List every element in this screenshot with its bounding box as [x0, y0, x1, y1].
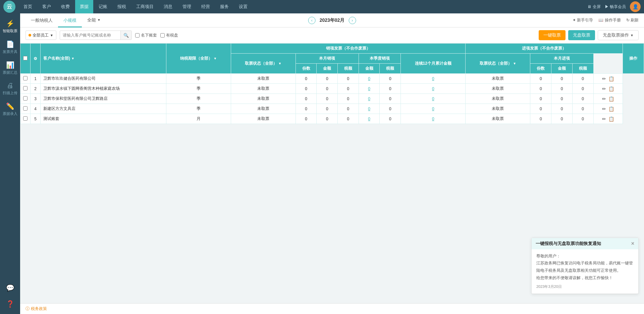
- fetch-status-filter-icon[interactable]: ▼: [278, 62, 281, 65]
- settings-icon[interactable]: ⚙: [34, 56, 37, 61]
- col-12month-header: 连续12个月累计金额: [401, 54, 466, 74]
- row-period-cell: 季: [166, 84, 231, 94]
- nav-right-actions: 🖥 全屏 ▶ 畅享会员 👤: [587, 1, 641, 12]
- logo: 云: [3, 1, 15, 13]
- nav-fee[interactable]: 收费: [56, 0, 74, 13]
- sidebar-item-invoice-issue[interactable]: 📄 发票开具: [1, 38, 19, 57]
- row-monthly-shares-cell: 0: [296, 94, 317, 104]
- nav-items: 首页 客户 收费 票据 记账 报税 工商项目 消息 管理 经营 服务 设置: [19, 0, 587, 13]
- col-customer-header: 客户名称(全部) ▼: [41, 44, 166, 74]
- sidebar-bottom-help[interactable]: ❓: [1, 297, 19, 311]
- tab-general-taxpayer[interactable]: 一般纳税人: [25, 13, 58, 27]
- checkbox-tax-disk-input[interactable]: [160, 33, 165, 38]
- nav-bookkeeping[interactable]: 记账: [94, 0, 112, 13]
- guide-btn[interactable]: ✦ 新手引导: [573, 17, 593, 23]
- checkbox-tax-disk[interactable]: 有税盘: [160, 33, 178, 38]
- row-monthly-tax-cell: 0: [338, 104, 359, 114]
- row-fetch-status-cell: 未取票: [231, 114, 296, 124]
- sidebar-item-entry[interactable]: ✏️ 票据录入: [1, 100, 19, 119]
- prev-month-btn[interactable]: ‹: [308, 17, 316, 24]
- view-icon-3[interactable]: 📋: [608, 106, 614, 112]
- row-monthly-shares-cell: 0: [296, 74, 317, 84]
- col-monthly-sales-amount: 金额: [317, 64, 338, 74]
- search-input[interactable]: [60, 33, 120, 38]
- col-monthly-in-amount: 金额: [551, 64, 573, 74]
- row-quarterly-tax-cell: 0: [380, 94, 401, 104]
- edit-icon-2[interactable]: ✏: [602, 96, 606, 102]
- row-checkbox-1[interactable]: [23, 86, 28, 90]
- search-button[interactable]: 🔍: [120, 30, 131, 40]
- tab-all[interactable]: 全能 ▼: [82, 13, 106, 27]
- nav-invoice[interactable]: 票据: [75, 0, 93, 13]
- view-icon-0[interactable]: 📋: [608, 76, 614, 81]
- member-btn[interactable]: ▶ 畅享会员: [605, 4, 626, 10]
- period-filter-icon[interactable]: ▼: [213, 57, 217, 60]
- no-disk-op-btn[interactable]: 无盘取票操作 ▼: [598, 30, 639, 40]
- edit-icon-0[interactable]: ✏: [602, 76, 606, 81]
- row-in-tax-cell: 0: [572, 84, 593, 94]
- row-num-cell: 3: [31, 94, 41, 104]
- row-twelve-amount-cell: 0: [401, 94, 466, 104]
- employee-select[interactable]: 全部员工 ▼: [25, 30, 56, 40]
- view-icon-2[interactable]: 📋: [608, 96, 614, 102]
- sidebar-item-scan-upload[interactable]: 🖨 扫描上传: [1, 79, 19, 98]
- select-all-checkbox[interactable]: [23, 56, 28, 60]
- row-quarterly-tax-cell: 0: [380, 74, 401, 84]
- fullscreen-btn[interactable]: 🖥 全屏: [587, 4, 600, 10]
- notification-close-btn[interactable]: ×: [631, 241, 634, 247]
- toolbar-right: 一键取票 无盘取票 无盘取票操作 ▼: [539, 30, 639, 40]
- row-in-fetch-status-cell: 未取票: [466, 84, 530, 94]
- view-icon-4[interactable]: 📋: [608, 116, 614, 122]
- nav-manage[interactable]: 管理: [178, 0, 196, 13]
- edit-icon-4[interactable]: ✏: [602, 116, 606, 122]
- row-customer-cell: 卫辉市玖玖健合医药有限公司: [41, 74, 166, 84]
- row-quarterly-amount-cell: 0: [359, 74, 380, 84]
- employee-label: 全部员工: [33, 33, 49, 38]
- row-num-cell: 5: [31, 114, 41, 124]
- sidebar-item-smart-fetch[interactable]: ⚡ 智能取票: [1, 17, 19, 36]
- row-in-amount-cell: 0: [551, 94, 573, 104]
- tab-small-scale[interactable]: 小规模: [58, 13, 82, 27]
- row-monthly-shares-cell: 0: [296, 84, 317, 94]
- row-checkbox-cell: [20, 84, 31, 94]
- nav-tax[interactable]: 报税: [113, 0, 131, 13]
- checkbox-my-account[interactable]: 名下账套: [135, 33, 157, 38]
- row-checkbox-3[interactable]: [23, 106, 28, 111]
- nav-home[interactable]: 首页: [19, 0, 37, 13]
- refresh-btn[interactable]: ↻ 刷新: [626, 17, 639, 23]
- row-twelve-amount-cell: 0: [401, 104, 466, 114]
- checkbox-my-account-input[interactable]: [135, 33, 140, 38]
- col-action-header: 操作: [623, 44, 644, 74]
- sidebar-bottom-chat[interactable]: 💬: [1, 281, 19, 295]
- fetch-status2-filter-icon[interactable]: ▼: [513, 62, 516, 65]
- nav-message[interactable]: 消息: [159, 0, 177, 13]
- row-quarterly-amount-cell: 0: [359, 104, 380, 114]
- edit-icon-1[interactable]: ✏: [602, 86, 606, 91]
- row-checkbox-cell: [20, 94, 31, 104]
- view-icon-1[interactable]: 📋: [608, 86, 614, 91]
- nav-business[interactable]: 工商项目: [131, 0, 158, 13]
- edit-icon-3[interactable]: ✏: [602, 106, 606, 112]
- row-customer-cell: 卫辉市保和堂医药有限公司卫辉路店: [41, 94, 166, 104]
- row-monthly-tax-cell: 0: [338, 94, 359, 104]
- row-monthly-shares-cell: 0: [296, 114, 317, 124]
- nav-service[interactable]: 服务: [215, 0, 233, 13]
- row-in-shares-cell: 0: [530, 94, 551, 104]
- sidebar-item-summary[interactable]: 📊 票据汇总: [1, 58, 19, 78]
- row-checkbox-0[interactable]: [23, 76, 28, 80]
- nav-operation[interactable]: 经营: [197, 0, 215, 13]
- user-avatar[interactable]: 👤: [630, 1, 641, 12]
- row-checkbox-2[interactable]: [23, 96, 28, 101]
- row-monthly-tax-cell: 0: [338, 84, 359, 94]
- manual-btn[interactable]: 📖 操作手册: [598, 17, 621, 23]
- one-key-fetch-btn[interactable]: 一键取票: [539, 30, 566, 40]
- no-disk-fetch-btn[interactable]: 无盘取票: [568, 30, 595, 40]
- customer-filter-icon[interactable]: ▼: [71, 57, 74, 60]
- tax-policy-link[interactable]: 税务政策: [31, 306, 47, 312]
- row-in-amount-cell: 0: [551, 104, 573, 114]
- next-month-btn[interactable]: ›: [348, 17, 356, 24]
- row-checkbox-4[interactable]: [23, 116, 28, 121]
- nav-settings[interactable]: 设置: [234, 0, 252, 13]
- nav-customer[interactable]: 客户: [38, 0, 56, 13]
- bottom-bar: ⓘ 税务政策: [20, 303, 644, 314]
